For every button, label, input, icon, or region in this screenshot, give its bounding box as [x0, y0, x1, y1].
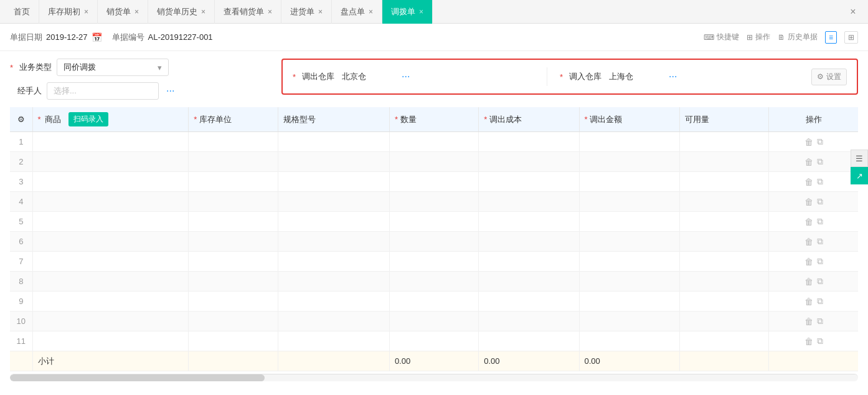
table-header-row: ⚙ * 商品 扫码录入 * 库存单位 规格型号 *	[10, 107, 858, 132]
table-row: 4🗑⧉	[10, 192, 858, 212]
side-buttons: ☰ ↗	[851, 150, 868, 184]
goods-column-header: * 商品 扫码录入	[32, 107, 189, 132]
shortcut-icon: ⌨	[704, 33, 714, 42]
view-toggle-grid[interactable]: ⊞	[844, 31, 858, 44]
tab-inventory-check[interactable]: 盘点单 ×	[332, 0, 382, 24]
tab-home[interactable]: 首页	[5, 0, 39, 24]
subtotal-row: 小计 0.00 0.00 0.00	[10, 351, 858, 371]
gear-column-header[interactable]: ⚙	[10, 107, 32, 132]
copy-icon[interactable]: ⧉	[817, 176, 823, 187]
table-row: 9🗑⧉	[10, 292, 858, 312]
history-icon: 🗎	[778, 33, 785, 42]
ops-column-header: 操作	[769, 107, 858, 132]
handler-select[interactable]: 选择...	[47, 82, 159, 100]
table-container: ⚙ * 商品 扫码录入 * 库存单位 规格型号 *	[0, 107, 868, 371]
copy-icon[interactable]: ⧉	[817, 156, 823, 167]
in-warehouse-section: * 调入仓库 上海仓 ···	[560, 71, 801, 82]
tab-close-purchase-order[interactable]: ×	[318, 7, 323, 16]
table-row: 6🗑⧉	[10, 232, 858, 252]
transfer-table: ⚙ * 商品 扫码录入 * 库存单位 规格型号 *	[10, 107, 858, 371]
table-row: 1🗑⧉	[10, 132, 858, 152]
tab-close-inventory-check[interactable]: ×	[369, 7, 373, 16]
subtotal-qty: 0.00	[389, 351, 478, 371]
operation-button[interactable]: ⊞ 操作	[747, 32, 770, 42]
scrollbar-thumb[interactable]	[10, 374, 265, 381]
toolbar-right: ⌨ 快捷键 ⊞ 操作 🗎 历史单据 ≡ ⊞	[704, 31, 858, 44]
tab-bar: 首页 库存期初 × 销货单 × 销货单历史 × 查看销货单 × 进货单 × 盘点…	[0, 0, 868, 24]
business-type-select[interactable]: 同价调拨 ▾	[57, 59, 169, 76]
date-field: 单据日期 2019-12-27 📅	[10, 32, 102, 43]
copy-icon[interactable]: ⧉	[817, 136, 823, 147]
handler-more-button[interactable]: ···	[166, 85, 174, 97]
shortcut-button[interactable]: ⌨ 快捷键	[704, 32, 739, 42]
delete-icon[interactable]: 🗑	[804, 237, 813, 247]
history-button[interactable]: 🗎 历史单据	[778, 32, 818, 42]
horizontal-scrollbar[interactable]	[10, 374, 858, 381]
copy-icon[interactable]: ⧉	[817, 296, 823, 307]
in-warehouse-more-button[interactable]: ···	[669, 71, 677, 82]
copy-icon[interactable]: ⧉	[817, 196, 823, 207]
delete-icon[interactable]: 🗑	[804, 217, 813, 227]
tab-inventory-init[interactable]: 库存期初 ×	[39, 0, 98, 24]
delete-icon[interactable]: 🗑	[804, 257, 813, 267]
external-link-icon: ↗	[856, 171, 863, 181]
delete-icon[interactable]: 🗑	[804, 137, 813, 147]
settings-button[interactable]: ⚙ 设置	[811, 69, 847, 85]
form-area: * 业务类型 同价调拨 ▾ 经手人 选择... ··· * 调出仓库 北京仓 ·…	[0, 51, 868, 107]
handler-field: 经手人 选择... ···	[10, 82, 271, 100]
settings-icon: ⚙	[817, 72, 824, 81]
calendar-icon[interactable]: 📅	[92, 32, 102, 42]
copy-icon[interactable]: ⧉	[817, 336, 823, 346]
side-external-link-button[interactable]: ↗	[851, 167, 868, 184]
tab-sales-history[interactable]: 销货单历史 ×	[148, 0, 215, 24]
tab-close-inventory-init[interactable]: ×	[84, 7, 88, 16]
delete-icon[interactable]: 🗑	[804, 277, 813, 287]
operation-icon: ⊞	[747, 33, 753, 42]
amount-column-header: * 调出金额	[579, 107, 679, 132]
delete-icon[interactable]: 🗑	[804, 177, 813, 187]
tab-view-sales[interactable]: 查看销货单 ×	[215, 0, 281, 24]
spec-column-header: 规格型号	[278, 107, 389, 132]
side-list-icon: ☰	[856, 154, 863, 163]
table-row: 8🗑⧉	[10, 272, 858, 292]
cost-column-header: * 调出成本	[479, 107, 579, 132]
window-close-button[interactable]: ×	[843, 2, 863, 22]
delete-icon[interactable]: 🗑	[804, 316, 813, 326]
delete-icon[interactable]: 🗑	[804, 197, 813, 207]
table-row: 5🗑⧉	[10, 212, 858, 232]
copy-icon[interactable]: ⧉	[817, 216, 823, 227]
required-star-business: *	[10, 63, 13, 72]
delete-icon[interactable]: 🗑	[804, 297, 813, 307]
subtotal-label: 小计	[32, 351, 189, 371]
form-left: * 业务类型 同价调拨 ▾ 经手人 选择... ···	[10, 59, 271, 100]
copy-icon[interactable]: ⧉	[817, 276, 823, 287]
delete-icon[interactable]: 🗑	[804, 157, 813, 167]
subtotal-amount: 0.00	[579, 351, 679, 371]
required-star-out-warehouse: *	[293, 72, 296, 82]
scan-button[interactable]: 扫码录入	[68, 112, 108, 126]
warehouse-section: * 调出仓库 北京仓 ··· * 调入仓库 上海仓 ··· ⚙ 设置	[281, 59, 858, 95]
copy-icon[interactable]: ⧉	[817, 316, 823, 326]
tab-close-transfer[interactable]: ×	[419, 7, 423, 16]
tab-purchase-order[interactable]: 进货单 ×	[281, 0, 332, 24]
tab-transfer[interactable]: 调拨单 ×	[382, 0, 433, 24]
subtotal-cost: 0.00	[479, 351, 579, 371]
grid-view-icon: ⊞	[848, 33, 854, 42]
copy-icon[interactable]: ⧉	[817, 236, 823, 247]
gear-icon: ⚙	[17, 115, 25, 124]
table-row: 3🗑⧉	[10, 172, 858, 192]
dropdown-arrow-icon: ▾	[158, 63, 162, 72]
table-row: 7🗑⧉	[10, 252, 858, 272]
tab-sales-order[interactable]: 销货单 ×	[98, 0, 148, 24]
warehouse-divider	[547, 67, 547, 86]
tab-close-view-sales[interactable]: ×	[268, 7, 272, 16]
tab-close-sales-order[interactable]: ×	[134, 7, 139, 16]
unit-column-header: * 库存单位	[189, 107, 278, 132]
tab-close-sales-history[interactable]: ×	[201, 7, 205, 16]
out-warehouse-more-button[interactable]: ···	[402, 71, 410, 82]
delete-icon[interactable]: 🗑	[804, 336, 813, 346]
side-list-button[interactable]: ☰	[851, 150, 868, 167]
view-toggle-list[interactable]: ≡	[825, 31, 837, 44]
copy-icon[interactable]: ⧉	[817, 256, 823, 267]
out-warehouse-section: * 调出仓库 北京仓 ···	[293, 71, 534, 82]
